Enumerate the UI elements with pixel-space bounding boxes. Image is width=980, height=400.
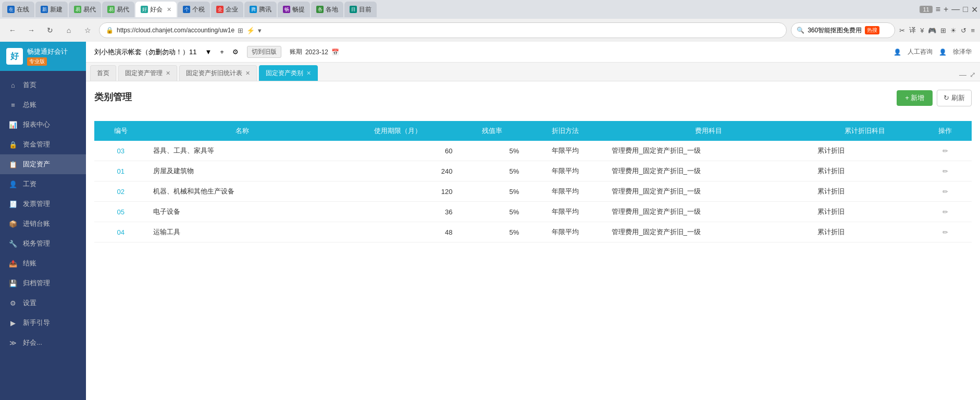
brightness-tool[interactable]: ☀ bbox=[950, 27, 957, 34]
add-account-btn[interactable]: + bbox=[220, 48, 224, 56]
tab-minimize-icon[interactable]: — bbox=[959, 70, 966, 79]
home-button[interactable]: ⌂ bbox=[61, 23, 76, 38]
search-box[interactable]: 🔍 360智能抠图免费用 热搜 bbox=[791, 22, 895, 38]
row-rate-04: 5% bbox=[459, 222, 526, 243]
col-depreciation: 累计折旧科目 bbox=[811, 121, 919, 141]
tab-yidai1[interactable]: 易 易代 bbox=[69, 2, 101, 17]
page-tab-home[interactable]: 首页 bbox=[90, 65, 116, 81]
tab-gedi[interactable]: 各 各地 bbox=[311, 2, 343, 17]
dropdown-icon[interactable]: ▾ bbox=[258, 27, 262, 34]
tax-icon: 🔧 bbox=[8, 239, 18, 248]
row-method-01: 年限平均 bbox=[525, 161, 605, 181]
sidebar: 好 畅捷通好会计 专业版 ⌂ 首页 ≡ 总账 📊 报表中心 🔒 资金管理 bbox=[0, 42, 86, 400]
home-icon: ⌂ bbox=[8, 80, 18, 90]
address-box[interactable]: 🔒 https://cloud.chanjet.com/accounting/u… bbox=[99, 22, 787, 38]
tab-qiye[interactable]: 企 企业 bbox=[211, 2, 243, 17]
sidebar-item-invoice[interactable]: 🧾 发票管理 bbox=[0, 194, 86, 214]
tab-muqian[interactable]: 目 目前 bbox=[344, 2, 377, 17]
settings-icon: ⚙ bbox=[8, 298, 18, 308]
row-id-04[interactable]: 04 bbox=[117, 228, 124, 236]
sidebar-item-assets[interactable]: 📋 固定资产 bbox=[0, 154, 86, 174]
tab-tengxun[interactable]: 腾 腾讯 bbox=[244, 2, 277, 17]
dropdown-btn[interactable]: ▼ bbox=[205, 48, 212, 56]
tab-actions: 11 ≡ + — □ ✕ bbox=[920, 5, 978, 15]
sidebar-label-payroll: 工资 bbox=[23, 179, 36, 189]
sidebar-item-inventory[interactable]: 📦 进销台账 bbox=[0, 214, 86, 234]
calendar-icon[interactable]: 📅 bbox=[331, 49, 339, 56]
tab-maximize-icon[interactable]: ⤢ bbox=[970, 70, 976, 79]
sidebar-item-settings[interactable]: ⚙ 设置 bbox=[0, 293, 86, 313]
tab-yidai2[interactable]: 易 易代 bbox=[102, 2, 134, 17]
tab-menu-icon[interactable]: ≡ bbox=[936, 5, 940, 14]
consult-label[interactable]: 人工咨询 bbox=[908, 47, 933, 56]
edit-button-01[interactable]: ✏ bbox=[942, 167, 948, 175]
row-method-02: 年限平均 bbox=[525, 181, 605, 202]
lightning-icon[interactable]: ⚡ bbox=[246, 27, 255, 34]
row-id-05[interactable]: 05 bbox=[117, 208, 124, 216]
page-tab-depreciation-close[interactable]: ✕ bbox=[245, 70, 250, 77]
page-tab-asset-mgmt-close[interactable]: ✕ bbox=[166, 70, 170, 77]
row-name-01: 房屋及建筑物 bbox=[147, 161, 337, 181]
qr-icon[interactable]: ⊞ bbox=[238, 27, 243, 34]
tab-new-icon[interactable]: + bbox=[944, 5, 948, 14]
sidebar-item-tax[interactable]: 🔧 税务管理 bbox=[0, 234, 86, 253]
game-tool[interactable]: 🎮 bbox=[928, 27, 936, 34]
sidebar-label-invoice: 发票管理 bbox=[23, 199, 50, 209]
minimize-icon[interactable]: — bbox=[951, 5, 960, 14]
content-area: 类别管理 + 新增 ↻ 刷新 编号 名称 使用期限（月） 残值率 折旧方法 费用… bbox=[86, 81, 980, 400]
reload-button[interactable]: ↻ bbox=[43, 23, 57, 38]
sidebar-item-archive[interactable]: 💾 归档管理 bbox=[0, 273, 86, 293]
page-tab-asset-mgmt-label: 固定资产管理 bbox=[125, 69, 163, 78]
bookmark-button[interactable]: ☆ bbox=[80, 23, 95, 38]
page-tab-category[interactable]: 固定资产类别 ✕ bbox=[259, 65, 318, 81]
settings-btn[interactable]: ⚙ bbox=[232, 48, 239, 56]
refresh-button[interactable]: ↻ 刷新 bbox=[937, 90, 972, 106]
row-expense-02: 管理费用_固定资产折旧_一级 bbox=[605, 181, 811, 202]
payroll-icon: 👤 bbox=[8, 179, 18, 189]
forward-button[interactable]: → bbox=[24, 23, 39, 38]
sidebar-item-ledger[interactable]: ≡ 总账 bbox=[0, 95, 86, 115]
edit-button-05[interactable]: ✏ bbox=[942, 208, 948, 216]
edit-button-04[interactable]: ✏ bbox=[942, 228, 948, 236]
table-row: 01 房屋及建筑物 240 5% 年限平均 管理费用_固定资产折旧_一级 累计折… bbox=[94, 161, 972, 181]
page-tab-category-close[interactable]: ✕ bbox=[306, 70, 311, 77]
page-tab-depreciation[interactable]: 固定资产折旧统计表 ✕ bbox=[179, 65, 257, 81]
row-period-01: 240 bbox=[337, 161, 458, 181]
back-button[interactable]: ← bbox=[5, 23, 20, 38]
row-id-02[interactable]: 02 bbox=[117, 188, 124, 196]
sidebar-item-more[interactable]: ≫ 好会... bbox=[0, 333, 86, 353]
row-id-03[interactable]: 03 bbox=[117, 147, 124, 155]
row-id-01[interactable]: 01 bbox=[117, 167, 124, 175]
sidebar-item-home[interactable]: ⌂ 首页 bbox=[0, 75, 86, 95]
add-button[interactable]: + 新增 bbox=[897, 90, 933, 106]
row-method-03: 年限平均 bbox=[525, 141, 605, 161]
tab-xinjian[interactable]: 新 新建 bbox=[35, 2, 68, 17]
menu-tool[interactable]: ≡ bbox=[971, 27, 975, 34]
page-tab-asset-mgmt[interactable]: 固定资产管理 ✕ bbox=[118, 65, 177, 81]
sidebar-item-guide[interactable]: ▶ 新手引导 bbox=[0, 313, 86, 333]
row-method-05: 年限平均 bbox=[525, 202, 605, 222]
edit-button-02[interactable]: ✏ bbox=[942, 188, 948, 196]
tab-geshui[interactable]: 个 个税 bbox=[178, 2, 210, 17]
sidebar-item-payroll[interactable]: 👤 工资 bbox=[0, 174, 86, 194]
sidebar-item-close[interactable]: 📤 结账 bbox=[0, 253, 86, 273]
switch-version-button[interactable]: 切到旧版 bbox=[247, 46, 281, 58]
maximize-icon[interactable]: □ bbox=[963, 5, 968, 14]
translate-tool[interactable]: 译 bbox=[909, 26, 916, 35]
edit-button-03[interactable]: ✏ bbox=[942, 147, 948, 155]
sidebar-item-funds[interactable]: 🔒 资金管理 bbox=[0, 135, 86, 154]
row-expense-05: 管理费用_固定资产折旧_一级 bbox=[605, 202, 811, 222]
sidebar-item-reports[interactable]: 📊 报表中心 bbox=[0, 115, 86, 135]
sidebar-label-ledger: 总账 bbox=[23, 100, 36, 110]
close-window-icon[interactable]: ✕ bbox=[971, 5, 978, 15]
wallet-tool[interactable]: ¥ bbox=[920, 27, 924, 34]
grid-tool[interactable]: ⊞ bbox=[940, 27, 946, 34]
tab-changti[interactable]: 畅 畅提 bbox=[278, 2, 310, 17]
tab-zaixian[interactable]: 在 在线 bbox=[2, 2, 34, 17]
col-period: 使用期限（月） bbox=[337, 121, 458, 141]
tab-haohui[interactable]: 好 好会 ✕ bbox=[135, 2, 177, 17]
cut-tool[interactable]: ✂ bbox=[899, 27, 905, 34]
undo-tool[interactable]: ↺ bbox=[961, 27, 966, 34]
tab-close-haohui[interactable]: ✕ bbox=[167, 6, 171, 13]
sidebar-menu: ⌂ 首页 ≡ 总账 📊 报表中心 🔒 资金管理 📋 固定资产 👤 工资 bbox=[0, 71, 86, 400]
